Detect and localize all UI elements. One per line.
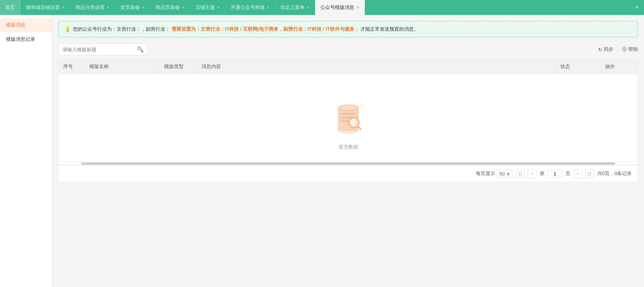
empty-cell: 暂无数据 bbox=[59, 74, 638, 162]
tab-open-mall-label: 开通公众号商城 bbox=[231, 4, 265, 11]
close-tab-product-page[interactable]: × bbox=[182, 5, 185, 10]
notice-prefix: 您的公众号行业为：主营行业：，副营行业： bbox=[73, 26, 170, 32]
th-seq: 序号 bbox=[59, 59, 85, 74]
sidebar-item-template-record-label: 模版消息记录 bbox=[6, 36, 35, 42]
th-type: 模版类型 bbox=[160, 59, 197, 74]
per-page-label: 每页显示 bbox=[476, 170, 495, 177]
th-action-label: 操作 bbox=[605, 64, 615, 69]
notice-suffix: 才能正常发送预置的消息。 bbox=[360, 26, 419, 32]
page-label: 页 bbox=[566, 170, 570, 177]
divider: | bbox=[617, 47, 618, 52]
th-name-label: 模版名称 bbox=[89, 64, 109, 69]
sync-label: 同步 bbox=[604, 46, 613, 53]
first-page-button[interactable]: ⟨| bbox=[516, 169, 525, 178]
close-tab-shop-theme[interactable]: × bbox=[217, 5, 220, 10]
pagination: 每页显示 50 ∨ ⟨| ＜ 第 页 ＞ |⟩ 共0页，0条记录 bbox=[58, 165, 638, 182]
next-page-icon: ＞ bbox=[576, 171, 580, 177]
table-header-row: 序号 模版名称 模版类型 消息内容 状态 操作 bbox=[59, 59, 638, 74]
notice-banner: 💡 您的公众号行业为：主营行业：，副营行业： 需要设置为：主营行业：IT科技 /… bbox=[58, 21, 638, 37]
empty-row: 暂无数据 bbox=[59, 74, 638, 162]
search-button[interactable]: 🔍 bbox=[133, 44, 148, 55]
close-all-button[interactable]: × bbox=[630, 4, 644, 11]
empty-state: 暂无数据 bbox=[59, 74, 638, 162]
total-label: 共0页，0条记录 bbox=[597, 170, 632, 177]
toolbar-right: ↻ 同步 | ⓪ 帮助 bbox=[598, 46, 638, 53]
th-action: 操作 bbox=[601, 59, 638, 74]
tab-home-label: 首页 bbox=[5, 4, 15, 11]
help-button[interactable]: ⓪ 帮助 bbox=[622, 46, 638, 53]
scrollbar-track bbox=[81, 162, 615, 165]
empty-illustration bbox=[330, 97, 367, 138]
tab-micro-shop[interactable]: 微商城店铺设置 × bbox=[21, 0, 70, 15]
dropdown-arrow-icon: ∨ bbox=[506, 171, 510, 177]
tab-shop-theme-label: 店铺主题 bbox=[195, 4, 215, 11]
scrollbar-area[interactable] bbox=[58, 162, 638, 165]
help-label: 帮助 bbox=[628, 46, 638, 53]
tab-home-decor-label: 首页装修 bbox=[120, 4, 140, 11]
th-type-label: 模版类型 bbox=[164, 64, 184, 69]
tab-custom-menu[interactable]: 自定义菜单 × bbox=[275, 0, 315, 15]
tab-open-mall[interactable]: 开通公众号商城 × bbox=[225, 0, 275, 15]
main-layout: 模版消息 模版消息记录 💡 您的公众号行业为：主营行业：，副营行业： 需要设置为… bbox=[0, 15, 644, 287]
sidebar-item-template-msg[interactable]: 模版消息 bbox=[0, 18, 52, 32]
tab-product-category-label: 商品分类设置 bbox=[76, 4, 105, 11]
svg-point-12 bbox=[363, 107, 364, 109]
refresh-icon: ↻ bbox=[598, 47, 602, 52]
top-nav: 首页 微商城店铺设置 × 商品分类设置 × 首页装修 × 商品页装修 × 店铺主… bbox=[0, 0, 644, 15]
th-content-label: 消息内容 bbox=[201, 64, 221, 69]
page-input[interactable] bbox=[548, 170, 563, 178]
page-size-select: 每页显示 50 ∨ bbox=[476, 170, 512, 178]
sidebar-item-template-msg-label: 模版消息 bbox=[6, 22, 25, 28]
notice-highlight: 需要设置为：主营行业：IT科技 / 互联网|电子商务，副营行业：IT科技 / I… bbox=[172, 26, 359, 32]
search-icon: 🔍 bbox=[137, 46, 144, 52]
tab-micro-shop-label: 微商城店铺设置 bbox=[26, 4, 60, 11]
sidebar: 模版消息 模版消息记录 bbox=[0, 15, 52, 287]
close-tab-open-mall[interactable]: × bbox=[267, 5, 269, 10]
prev-page-button[interactable]: ＜ bbox=[528, 169, 537, 178]
per-page-value: 50 bbox=[499, 171, 505, 177]
svg-point-8 bbox=[350, 119, 357, 125]
last-page-button[interactable]: |⟩ bbox=[585, 169, 594, 178]
sync-button[interactable]: ↻ 同步 bbox=[598, 46, 613, 53]
page-di-label: 第 bbox=[540, 170, 545, 177]
tab-shop-theme[interactable]: 店铺主题 × bbox=[190, 0, 225, 15]
th-status: 状态 bbox=[556, 59, 601, 74]
tab-product-page[interactable]: 商品页装修 × bbox=[150, 0, 190, 15]
close-tab-micro-shop[interactable]: × bbox=[62, 5, 65, 10]
tab-template-msg[interactable]: 公众号模版消息 × bbox=[315, 0, 365, 15]
tab-template-msg-label: 公众号模版消息 bbox=[320, 4, 354, 11]
empty-scroll-svg bbox=[330, 97, 367, 138]
prev-page-icon: ＜ bbox=[530, 171, 534, 177]
tab-custom-menu-label: 自定义菜单 bbox=[280, 4, 305, 11]
empty-text: 暂无数据 bbox=[59, 144, 638, 150]
per-page-dropdown[interactable]: 50 ∨ bbox=[497, 170, 512, 178]
last-page-icon: |⟩ bbox=[588, 171, 591, 176]
tab-product-category[interactable]: 商品分类设置 × bbox=[70, 0, 115, 15]
svg-point-10 bbox=[360, 105, 363, 107]
tab-product-page-label: 商品页装修 bbox=[155, 4, 180, 11]
search-input[interactable] bbox=[59, 45, 133, 55]
first-page-icon: ⟨| bbox=[518, 171, 521, 176]
help-circle-icon: ⓪ bbox=[622, 46, 627, 53]
th-status-label: 状态 bbox=[560, 64, 570, 69]
close-tab-template-msg[interactable]: × bbox=[357, 5, 359, 10]
notice-text: 您的公众号行业为：主营行业：，副营行业： 需要设置为：主营行业：IT科技 / 互… bbox=[73, 26, 419, 33]
th-seq-label: 序号 bbox=[63, 64, 73, 69]
close-tab-home-decor[interactable]: × bbox=[142, 5, 145, 10]
content-area: 💡 您的公众号行业为：主营行业：，副营行业： 需要设置为：主营行业：IT科技 /… bbox=[52, 15, 644, 287]
notice-icon: 💡 bbox=[65, 26, 71, 32]
th-name: 模版名称 bbox=[85, 59, 160, 74]
close-tab-custom-menu[interactable]: × bbox=[307, 5, 309, 10]
tab-home-decor[interactable]: 首页装修 × bbox=[115, 0, 150, 15]
next-page-button[interactable]: ＞ bbox=[573, 169, 582, 178]
close-tab-product-category[interactable]: × bbox=[107, 5, 110, 10]
data-table: 序号 模版名称 模版类型 消息内容 状态 操作 bbox=[58, 59, 638, 162]
search-input-wrap: 🔍 bbox=[58, 43, 148, 55]
search-bar: 🔍 ↻ 同步 | ⓪ 帮助 bbox=[58, 43, 638, 55]
sidebar-item-template-record[interactable]: 模版消息记录 bbox=[0, 32, 52, 46]
th-content: 消息内容 bbox=[197, 59, 556, 74]
tab-home[interactable]: 首页 bbox=[0, 0, 21, 15]
svg-point-11 bbox=[363, 103, 364, 104]
